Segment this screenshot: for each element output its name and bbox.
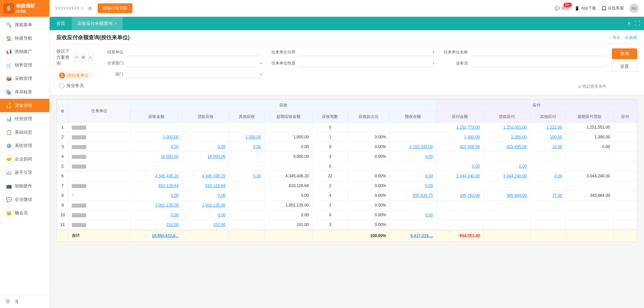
footer-recv-prepay[interactable]: 6,417,215.... (390, 230, 437, 241)
filter-row-dept: 部门 ▾ (97, 71, 262, 78)
sidebar-settings-icon[interactable]: ⚙ (5, 298, 10, 305)
page-title: 应收应付余额查询(按往来单位) (56, 34, 130, 41)
partner-category-chevron[interactable]: ▾ (433, 50, 434, 54)
row-partner: ██████ (68, 142, 130, 152)
partner-category-input[interactable] (298, 48, 432, 56)
refresh-button[interactable]: ↺ 刷新 (625, 35, 637, 41)
salesperson-dots[interactable]: ... (602, 60, 606, 66)
tab-receivable-label: 应收应付余额查询 (77, 20, 112, 27)
sidebar-item-search[interactable]: 🔍搜索菜单 (0, 18, 49, 32)
filter-toolbar: 按以下方案查询 + ⚙ « (56, 48, 93, 67)
row-recv-prepay: 0.00 (390, 181, 437, 191)
th-recv-prepay: 预收余额 (390, 111, 437, 123)
row-pay-overdue: 345,684.00 (566, 191, 614, 201)
footer-recv-ratio: 100.00% (348, 230, 389, 241)
table-row: 9 ██████ 1,001,135.00 1,001,135.00 1,001… (57, 201, 637, 210)
managing-dept-chevron[interactable]: ▾ (260, 61, 262, 65)
sidebar-item-finance[interactable]: 💰资金管理 (0, 99, 49, 112)
row-recv-prepay (390, 162, 437, 171)
partner-name-input[interactable] (471, 48, 606, 56)
window-expand-icon[interactable]: ⛶ (635, 20, 640, 27)
set-button[interactable]: 设置 (612, 61, 637, 72)
app-download-button[interactable]: 📱 App下载 (575, 5, 596, 11)
nav-item-partner[interactable]: G 按往来单位 (56, 71, 93, 81)
messages-button[interactable]: 💬 消息 99+ (555, 5, 569, 11)
tab-home[interactable]: 首页 (50, 17, 72, 30)
row-recv-prepay: 2,153,333.00 (390, 142, 437, 152)
settlement-unit-input[interactable] (126, 48, 258, 56)
row-num: 2 (57, 132, 68, 142)
sidebar-label-nav: 快捷导航 (15, 35, 32, 41)
filter-content: 按以下方案查询 + ⚙ « G 按往来单位 ○ 按业务员 (56, 48, 637, 91)
row-recv-overdue: 9,000.00 (265, 152, 313, 162)
sidebar-item-inventory[interactable]: 🏪库存核算 (0, 85, 49, 99)
row-recv-other (229, 181, 265, 191)
row-pay-amount: 3,044,240.00 (436, 171, 483, 181)
sidebar-item-guide[interactable]: 📖新手引导 (0, 166, 49, 179)
row-pay-amount (436, 220, 483, 230)
footer-recv-other (229, 230, 265, 241)
sidebar-item-operation[interactable]: 📊经营管理 (0, 112, 49, 126)
settlement-unit-label: 结算单位 (97, 49, 123, 55)
row-recv-amount (130, 162, 182, 171)
th-recv-ratio: 应收款占比 (348, 111, 389, 123)
row-recv-count: 22 (312, 171, 348, 181)
system-icon: ⚙️ (5, 142, 12, 149)
salesperson-label: 业务员 (441, 60, 468, 66)
sidebar-item-sales[interactable]: 🛒销售管理 (0, 58, 49, 72)
sidebar-item-member[interactable]: 👑畅会员 (0, 206, 49, 220)
operation-icon: 📊 (5, 116, 12, 122)
export-button[interactable]: ↑ 导出 (609, 35, 621, 41)
footer-recv-amount[interactable]: 19,553,472,6... (130, 230, 182, 241)
wechat-icon: 💬 (5, 196, 12, 203)
filter-collapse-btn[interactable]: « (88, 53, 93, 61)
row-recv-overdue: 0.00 (265, 191, 313, 201)
user-avatar[interactable]: Rit (629, 4, 639, 13)
sidebar-item-purchase[interactable]: 📦采购管理 (0, 72, 49, 85)
sidebar-item-hardware[interactable]: 📺智能硬件 (0, 179, 49, 193)
row-pay-other (530, 210, 566, 220)
sidebar-item-basic[interactable]: 📋基础信息 (0, 126, 49, 139)
row-recv-amount (130, 123, 182, 132)
salesperson-input[interactable] (471, 59, 603, 67)
row-partner: ~ (68, 171, 130, 181)
partner-nature-chevron[interactable]: ▾ (433, 61, 434, 65)
dept-input[interactable] (126, 71, 260, 78)
sidebar-item-wechat[interactable]: 💬企业微信 (0, 193, 49, 206)
sales-icon: 🛒 (5, 62, 12, 69)
sidebar-item-collab[interactable]: 🤝企业协同 (0, 152, 49, 166)
sidebar-label-member: 畅会员 (15, 210, 28, 216)
table-row: 2 ██████ 1,000.00 1,000.00 1,000.00 1 0.… (57, 132, 637, 142)
dept-chevron[interactable]: ▾ (260, 73, 262, 76)
window-close-icon[interactable]: × (628, 20, 631, 27)
topbar-settings-icon[interactable]: ⚙ (88, 6, 92, 11)
sidebar-collapse-icon[interactable]: ⏸ (14, 299, 19, 305)
table-row: 6 ~ 4,345,436.20 4,345,436.20 0.00 4,345… (57, 171, 637, 181)
collapse-more-btn[interactable]: ∧ 收起更多条件 (578, 84, 606, 89)
filter-settings-btn[interactable]: ⚙ (81, 53, 86, 61)
settlement-unit-dots[interactable]: ... (258, 49, 262, 55)
nav-item-salesperson[interactable]: ○ 按业务员 (56, 81, 93, 91)
managing-dept-input[interactable] (126, 59, 260, 67)
filter-btn-group: 查询 设置 (612, 48, 637, 91)
row-recv-count: 2 (312, 181, 348, 191)
row-recv-ratio (348, 123, 389, 132)
row-recv-amount: 18,000.00 (130, 152, 182, 162)
tab-receivable-query[interactable]: 应收应付余额查询 × (72, 17, 122, 30)
sidebar-item-marketing[interactable]: 📢营销推广 (0, 45, 49, 58)
table-settings-col[interactable]: ⚙ (57, 100, 68, 123)
filter-row-managing-dept: 分管部门 ▾ (97, 59, 262, 67)
sidebar-label-wechat: 企业微信 (15, 196, 32, 203)
row-pay-loan (483, 210, 530, 220)
partner-nature-input-wrapper: ▾ (298, 59, 434, 67)
sidebar-item-nav[interactable]: 🏠快捷导航 (0, 32, 49, 45)
online-service-button[interactable]: 🎧 在线客服 (601, 5, 624, 11)
filter-add-btn[interactable]: + (74, 53, 78, 61)
row-recv-prepay (390, 132, 437, 142)
query-button[interactable]: 查询 (612, 48, 637, 59)
solution-button[interactable]: 体验行业方案 (98, 3, 132, 13)
sidebar-item-system[interactable]: ⚙️系统管理 (0, 139, 49, 152)
tab-close-icon[interactable]: × (114, 21, 117, 26)
partner-nature-input[interactable] (298, 59, 432, 67)
sidebar-label-inventory: 库存核算 (15, 89, 32, 95)
